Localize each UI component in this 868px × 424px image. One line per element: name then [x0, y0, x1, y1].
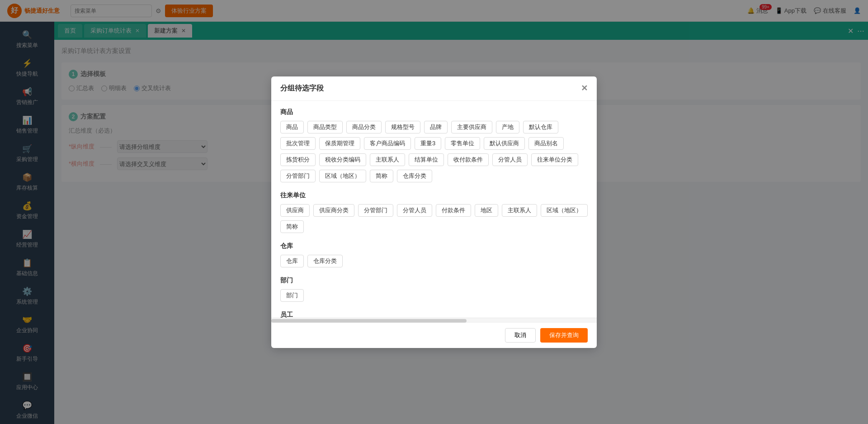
field-tag-1-0[interactable]: 供应商 [280, 204, 310, 217]
field-tag-2-0[interactable]: 仓库 [280, 255, 304, 267]
field-section-1: 往来单位供应商供应商分类分管部门分管人员付款条件地区主联系人区域（地区）简称 [280, 191, 588, 233]
field-tag-0-24[interactable]: 简称 [370, 170, 393, 182]
modal-close-icon[interactable]: ✕ [581, 84, 588, 92]
field-tag-1-4[interactable]: 付款条件 [436, 204, 471, 217]
field-tag-1-2[interactable]: 分管部门 [358, 204, 393, 217]
field-tag-0-7[interactable]: 默认仓库 [523, 121, 558, 133]
field-tag-0-15[interactable]: 拣货积分 [280, 153, 316, 166]
field-section-title-2: 仓库 [280, 242, 588, 250]
modal-footer: 取消 保存并查询 [271, 322, 597, 348]
field-tag-0-6[interactable]: 产地 [496, 121, 519, 133]
field-section-title-0: 商品 [280, 108, 588, 116]
field-section-title-1: 往来单位 [280, 191, 588, 200]
confirm-button[interactable]: 保存并查询 [540, 328, 588, 343]
field-tag-0-13[interactable]: 默认供应商 [484, 137, 525, 150]
field-tag-0-2[interactable]: 商品分类 [346, 121, 382, 133]
modal-body[interactable]: 商品商品商品类型商品分类规格型号品牌主要供应商产地默认仓库批次管理保质期管理客户… [271, 101, 597, 318]
field-section-4: 员工业务员 [280, 311, 588, 318]
field-tag-0-4[interactable]: 品牌 [424, 121, 448, 133]
field-tag-0-12[interactable]: 零售单位 [445, 137, 480, 150]
field-tag-1-1[interactable]: 供应商分类 [313, 204, 354, 217]
field-tag-0-22[interactable]: 分管部门 [280, 170, 316, 182]
field-tag-1-8[interactable]: 简称 [280, 220, 304, 233]
field-tag-0-18[interactable]: 结算单位 [409, 153, 444, 166]
field-tag-0-25[interactable]: 仓库分类 [397, 170, 432, 182]
field-section-3: 部门部门 [280, 276, 588, 302]
modal-hscroll-thumb [271, 319, 467, 323]
field-tags-3: 部门 [280, 289, 588, 302]
field-tag-0-16[interactable]: 税收分类编码 [319, 153, 366, 166]
field-tag-0-11[interactable]: 重量3 [415, 137, 441, 150]
field-tag-0-5[interactable]: 主要供应商 [451, 121, 492, 133]
field-tag-0-0[interactable]: 商品 [280, 121, 304, 133]
field-tag-0-8[interactable]: 批次管理 [280, 137, 316, 150]
field-section-title-3: 部门 [280, 276, 588, 285]
field-tag-0-9[interactable]: 保质期管理 [319, 137, 360, 150]
modal-title: 分组待选字段 [280, 84, 324, 93]
field-tag-2-1[interactable]: 仓库分类 [307, 255, 343, 267]
modal-overlay: 分组待选字段 ✕ 商品商品商品类型商品分类规格型号品牌主要供应商产地默认仓库批次… [0, 0, 868, 424]
field-tag-1-3[interactable]: 分管人员 [397, 204, 432, 217]
cancel-button[interactable]: 取消 [505, 328, 536, 343]
field-tag-0-1[interactable]: 商品类型 [307, 121, 343, 133]
field-tag-0-17[interactable]: 主联系人 [370, 153, 405, 166]
field-tags-1: 供应商供应商分类分管部门分管人员付款条件地区主联系人区域（地区）简称 [280, 204, 588, 233]
field-tag-0-10[interactable]: 客户商品编码 [364, 137, 411, 150]
field-section-2: 仓库仓库仓库分类 [280, 242, 588, 267]
field-tag-1-7[interactable]: 区域（地区） [541, 204, 588, 217]
field-tag-0-14[interactable]: 商品别名 [528, 137, 564, 150]
field-tags-2: 仓库仓库分类 [280, 255, 588, 267]
modal-header: 分组待选字段 ✕ [271, 76, 597, 101]
modal-hscroll[interactable] [271, 318, 597, 322]
field-tags-0: 商品商品类型商品分类规格型号品牌主要供应商产地默认仓库批次管理保质期管理客户商品… [280, 121, 588, 182]
modal: 分组待选字段 ✕ 商品商品商品类型商品分类规格型号品牌主要供应商产地默认仓库批次… [271, 76, 597, 348]
field-tag-0-20[interactable]: 分管人员 [492, 153, 528, 166]
field-tag-3-0[interactable]: 部门 [280, 289, 304, 302]
field-tag-1-5[interactable]: 地区 [475, 204, 498, 217]
field-tag-0-19[interactable]: 收付款条件 [448, 153, 489, 166]
field-tag-0-3[interactable]: 规格型号 [385, 121, 420, 133]
field-tag-1-6[interactable]: 主联系人 [502, 204, 537, 217]
field-tag-0-21[interactable]: 往来单位分类 [531, 153, 578, 166]
field-section-0: 商品商品商品类型商品分类规格型号品牌主要供应商产地默认仓库批次管理保质期管理客户… [280, 108, 588, 182]
field-tag-0-23[interactable]: 区域（地区） [319, 170, 366, 182]
field-section-title-4: 员工 [280, 311, 588, 318]
